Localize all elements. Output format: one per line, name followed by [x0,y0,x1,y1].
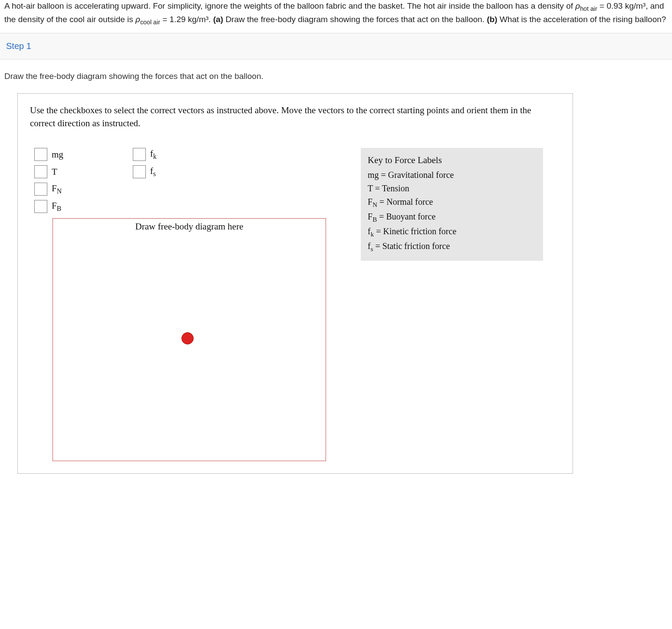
activity-instruction: Use the checkboxes to select the correct… [30,104,560,130]
checkbox-fk[interactable]: fk [133,148,157,161]
checkbox-input-fs[interactable] [133,165,146,178]
checkbox-columns: mg T FN FB [30,148,326,213]
object-dot[interactable] [181,332,194,344]
checkbox-label: T [52,167,57,177]
key-line: fs = Static friction force [368,239,535,254]
problem-statement: A hot-air balloon is accelerating upward… [0,0,672,33]
checkbox-label: FN [52,183,62,195]
checkbox-FN[interactable]: FN [34,183,63,196]
force-key: Key to Force Labels mg = Gravitational f… [361,148,543,261]
step-body: Draw the free-body diagram showing the f… [0,59,672,487]
key-line: mg = Gravitational force [368,168,535,182]
checkbox-label: FB [52,200,61,213]
problem-text: A hot-air balloon is accelerating upward… [4,1,666,24]
step-header: Step 1 [0,33,672,59]
checkbox-label: fk [150,148,157,161]
checkbox-input-FN[interactable] [34,183,47,196]
checkbox-col-1: mg T FN FB [34,148,63,213]
key-line: T = Tension [368,182,535,195]
step-instruction: Draw the free-body diagram showing the f… [4,72,668,81]
checkbox-label: fs [150,166,156,178]
checkbox-T[interactable]: T [34,165,63,178]
checkbox-fs[interactable]: fs [133,165,157,178]
key-line: fk = Kinetic friction force [368,225,535,239]
checkbox-mg[interactable]: mg [34,148,63,161]
checkbox-input-mg[interactable] [34,148,47,161]
canvas-title: Draw free-body diagram here [53,221,326,232]
checkbox-col-2: fk fs [133,148,157,213]
fbd-canvas[interactable]: Draw free-body diagram here [53,218,326,461]
checkbox-FB[interactable]: FB [34,200,63,213]
force-key-title: Key to Force Labels [368,153,535,167]
key-line: FB = Buoyant force [368,210,535,225]
checkbox-input-fk[interactable] [133,148,146,161]
activity-panel: Use the checkboxes to select the correct… [17,93,573,474]
checkbox-input-FB[interactable] [34,200,47,213]
checkbox-input-T[interactable] [34,165,47,178]
key-line: FN = Normal force [368,195,535,210]
checkbox-label: mg [52,149,63,160]
step-label[interactable]: Step 1 [6,41,31,51]
